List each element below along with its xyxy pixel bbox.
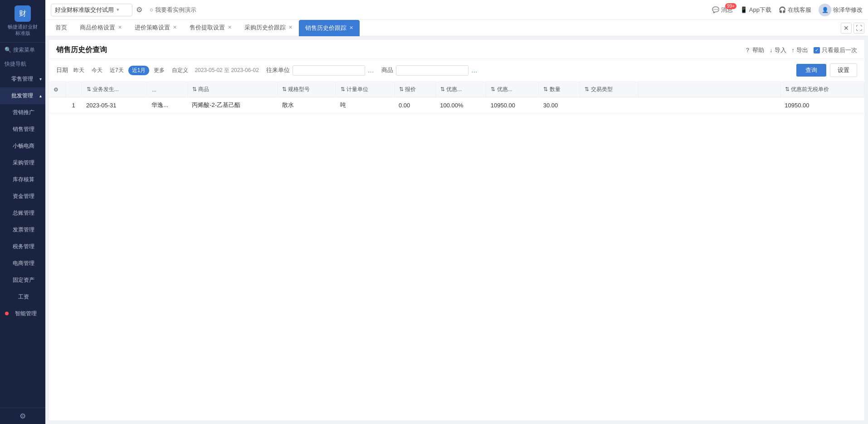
sidebar-logo: 财 畅捷通好业财标准版 — [0, 0, 45, 43]
table-header-row: ⚙ ⇅ 业务发生... ... ⇅ 商品 — [49, 82, 864, 97]
product-picker-btn[interactable]: … — [471, 67, 478, 74]
demo-link[interactable]: ○ 我要看实例演示 — [150, 6, 196, 14]
checkbox-checked-icon: ✓ — [814, 47, 820, 53]
date-btn-more[interactable]: 更多 — [151, 66, 167, 75]
message-icon: 💬 — [712, 6, 719, 13]
sidebar-item-ecommerce[interactable]: 小畅电商 — [0, 138, 45, 154]
sidebar-item-finance[interactable]: 资金管理 — [0, 188, 45, 205]
tab-sale-extract[interactable]: 售价提取设置 ✕ — [183, 20, 238, 36]
table-row: 1 2023-05-31 华逸... 丙烯酸-2-乙基己酯 散水 吨 0.00 … — [49, 97, 864, 113]
product-label: 商品 — [381, 66, 393, 74]
sidebar-item-invoice[interactable]: 发票管理 — [0, 222, 45, 238]
tab-home[interactable]: 首页 — [49, 20, 73, 36]
date-btn-last7[interactable]: 近7天 — [107, 66, 127, 75]
search-icon: 🔍 — [5, 47, 11, 53]
chevron-down-icon: ▾ — [39, 77, 42, 82]
product-input[interactable] — [396, 65, 468, 76]
date-btn-today[interactable]: 今天 — [89, 66, 105, 75]
filter-right-btns: 查询 设置 — [796, 63, 857, 77]
row-pretax-price: 10950.00 — [780, 97, 864, 113]
col-settings[interactable]: ⚙ — [49, 82, 65, 97]
sidebar-item-sales[interactable]: 销售管理 — [0, 121, 45, 138]
sidebar-item-inventory[interactable]: 库存核算 — [0, 171, 45, 188]
tab-maximize-btn[interactable]: ⛶ — [853, 23, 864, 34]
tab-purchase-strategy[interactable]: 进价策略设置 ✕ — [128, 20, 183, 36]
content-area: 销售历史价查询 ？ 帮助 ↓ 导入 ↑ 导出 ✓ 只看最后一次 — [49, 40, 864, 420]
row-more-col: 华逸... — [147, 97, 187, 113]
row-trade-type — [580, 97, 639, 113]
help-icon: ？ — [745, 46, 751, 54]
col-spec[interactable]: ⇅ 规格型号 — [278, 82, 336, 97]
sidebar-item-smart[interactable]: 智能管理 — [0, 305, 45, 322]
col-qty[interactable]: ⇅ 数量 — [539, 82, 580, 97]
sidebar-item-purchase[interactable]: 采购管理 — [0, 154, 45, 171]
company-selector[interactable]: 好业财标准版交付试用 ▾ — [51, 4, 132, 16]
settings-icon[interactable]: ⚙ — [20, 412, 26, 420]
query-button[interactable]: 查询 — [796, 64, 826, 77]
import-icon: ↓ — [770, 47, 773, 53]
export-btn[interactable]: ↑ 导出 — [792, 46, 809, 54]
row-spacer — [639, 97, 780, 113]
sidebar-item-general[interactable]: 总账管理 — [0, 205, 45, 222]
tab-close-sale-history[interactable]: ✕ — [349, 25, 353, 31]
sort-icon: ⇅ — [491, 86, 495, 92]
col-more[interactable]: ... — [147, 82, 187, 97]
sidebar: 财 畅捷通好业财标准版 🔍 搜索菜单 快捷导航 零售管理 ▾ 批发管理 ▴ 营销… — [0, 0, 45, 424]
row-qty: 30.00 — [539, 97, 580, 113]
col-trade-type[interactable]: ⇅ 交易类型 — [580, 82, 639, 97]
col-discount1[interactable]: ⇅ 优惠... — [435, 82, 486, 97]
tab-close-product-price[interactable]: ✕ — [118, 24, 122, 30]
sort-icon: ⇅ — [399, 86, 404, 92]
topbar-settings-icon[interactable]: ⚙ — [136, 5, 142, 14]
product-filter-group: 商品 … — [381, 65, 478, 76]
sidebar-item-wholesale[interactable]: 批发管理 ▴ — [0, 87, 45, 104]
sidebar-item-ec[interactable]: 电商管理 — [0, 255, 45, 272]
sidebar-item-tax[interactable]: 税务管理 — [0, 238, 45, 255]
col-settings-icon: ⚙ — [54, 87, 59, 93]
sort-icon: ⇅ — [341, 86, 345, 92]
tab-purchase-history[interactable]: 采购历史价跟踪 ✕ — [238, 20, 299, 36]
sidebar-quicknav[interactable]: 快捷导航 — [0, 58, 45, 71]
sort-icon: ⇅ — [282, 86, 287, 92]
mobile-icon: 📱 — [740, 6, 747, 13]
sidebar-item-fixed[interactable]: 固定资产 — [0, 272, 45, 289]
only-last-checkbox[interactable]: ✓ 只看最后一次 — [814, 46, 857, 54]
source-filter-group: 往来单位 … — [266, 65, 374, 76]
col-unit[interactable]: ⇅ 计量单位 — [336, 82, 394, 97]
settings-button[interactable]: 设置 — [830, 63, 857, 77]
date-btn-last1m[interactable]: 近1月 — [128, 66, 150, 75]
col-business-date[interactable]: ⇅ 业务发生... — [82, 82, 147, 97]
col-product[interactable]: ⇅ 商品 — [187, 82, 277, 97]
row-product: 丙烯酸-2-乙基己酯 — [187, 97, 277, 113]
tab-close-sale-extract[interactable]: ✕ — [228, 24, 232, 30]
col-pretax-price[interactable]: ⇅ 优惠前无税单价 — [780, 82, 864, 97]
tab-close-window-btn[interactable]: ✕ — [841, 23, 852, 34]
tab-sale-history[interactable]: 销售历史价跟踪 ✕ — [299, 20, 360, 36]
online-service-btn[interactable]: 🎧 在线客服 — [779, 6, 811, 14]
sidebar-item-marketing[interactable]: 营销推广 — [0, 104, 45, 121]
sidebar-menu: 零售管理 ▾ 批发管理 ▴ 营销推广 销售管理 小畅电商 采购管理 库存核算 资… — [0, 71, 45, 322]
help-btn[interactable]: ？ 帮助 — [745, 46, 764, 54]
app-download-btn[interactable]: 📱 App下载 — [740, 6, 771, 14]
sidebar-item-retail[interactable]: 零售管理 ▾ — [0, 71, 45, 87]
sidebar-search[interactable]: 🔍 搜索菜单 — [0, 43, 45, 58]
row-spec: 散水 — [278, 97, 336, 113]
messages-btn[interactable]: 💬 消息 99+ — [712, 6, 733, 14]
col-discount2[interactable]: ⇅ 优惠... — [486, 82, 539, 97]
message-badge: 99+ — [725, 3, 736, 9]
col-price[interactable]: ⇅ 报价 — [394, 82, 435, 97]
topbar-right: 💬 消息 99+ 📱 App下载 🎧 在线客服 👤 徐泽华修改 — [712, 4, 863, 16]
date-btn-yesterday[interactable]: 昨天 — [71, 66, 87, 75]
tab-product-price[interactable]: 商品价格设置 ✕ — [73, 20, 128, 36]
date-btn-custom[interactable]: 自定义 — [169, 66, 191, 75]
sort-icon: ⇅ — [543, 86, 548, 92]
sidebar-item-salary[interactable]: 工资 — [0, 289, 45, 305]
tab-close-purchase-history[interactable]: ✕ — [288, 24, 293, 30]
source-picker-btn[interactable]: … — [368, 67, 374, 74]
user-menu[interactable]: 👤 徐泽华修改 — [819, 4, 863, 16]
date-quick-btns: 昨天 今天 近7天 近1月 更多 自定义 — [71, 66, 191, 75]
tab-close-purchase-strategy[interactable]: ✕ — [173, 24, 177, 30]
source-input[interactable] — [293, 65, 365, 76]
import-btn[interactable]: ↓ 导入 — [770, 46, 786, 54]
row-num: 1 — [65, 97, 82, 113]
